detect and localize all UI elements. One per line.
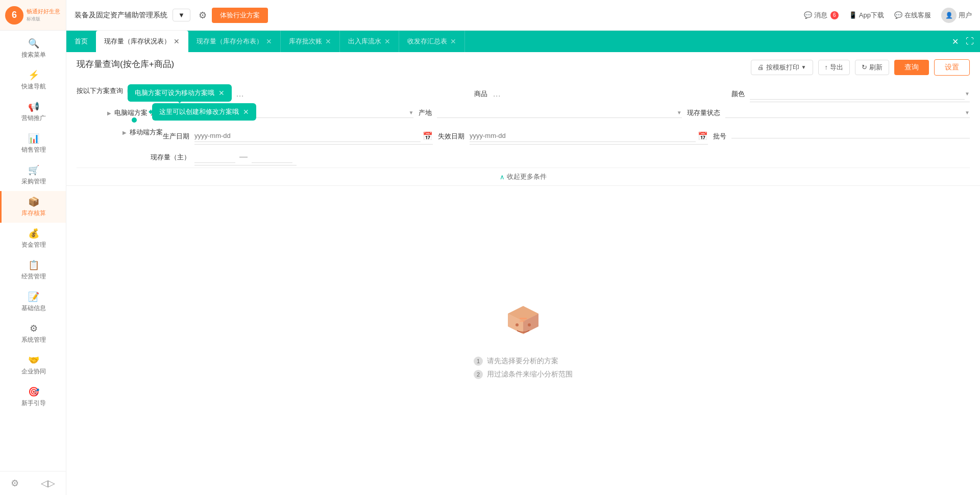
- refresh-icon: ↻: [862, 63, 867, 71]
- svg-point-4: [516, 323, 519, 326]
- sales-icon: 📊: [28, 133, 39, 144]
- tab-close-icon[interactable]: ✕: [325, 37, 331, 45]
- tab-label: 现存量（库存分布表）: [197, 37, 263, 46]
- sidebar-item-search[interactable]: 🔍 搜索菜单: [0, 33, 66, 64]
- collapse-up-icon: ∧: [500, 173, 505, 181]
- sidebar-item-label: 销售管理: [21, 146, 46, 154]
- sidebar-item-enterprise[interactable]: 🤝 企业协同: [0, 349, 66, 381]
- stock-status-dropdown-icon[interactable]: ▼: [965, 110, 970, 115]
- stock-main-max-input[interactable]: [252, 151, 292, 163]
- exp-calendar-icon[interactable]: 📅: [698, 131, 708, 141]
- tooltip-mobile-scheme: 电脑方案可设为移动方案哦 ✕: [128, 84, 232, 102]
- mfg-date-input[interactable]: [194, 130, 421, 142]
- inventory-icon: 📦: [28, 196, 39, 207]
- sidebar-item-inventory[interactable]: 📦 库存核算: [0, 191, 66, 223]
- sidebar-item-label: 采购管理: [21, 177, 46, 186]
- svg-rect-7: [520, 320, 525, 322]
- step2-label: 用过滤条件来缩小分析范围: [487, 370, 573, 379]
- tree-arrow-pc: ▶: [107, 110, 111, 116]
- sidebar-item-label: 资金管理: [21, 241, 46, 249]
- mfg-calendar-icon[interactable]: 📅: [423, 131, 433, 141]
- warehouse-more-icon[interactable]: …: [236, 89, 244, 99]
- guide-icon: 🎯: [28, 386, 39, 397]
- range-separator: —: [239, 152, 248, 161]
- sidebar-item-label: 系统管理: [21, 336, 46, 344]
- exp-date-label: 失效日期: [438, 132, 464, 141]
- sidebar-item-marketing[interactable]: 📢 营销推广: [0, 96, 66, 128]
- collapse-bar[interactable]: ∧ 收起更多条件: [77, 168, 970, 185]
- sidebar-item-sales[interactable]: 📊 销售管理: [0, 128, 66, 159]
- collapse-sidebar-btn[interactable]: ◁▷: [39, 476, 57, 491]
- quicknav-icon: ⚡: [28, 69, 39, 81]
- empty-illustration: [498, 298, 549, 344]
- step1-number: 1: [474, 357, 483, 366]
- online-service-item[interactable]: 💬 在线客服: [894, 11, 931, 20]
- sidebar-item-quicknav[interactable]: ⚡ 快速导航: [0, 64, 66, 96]
- tabs-actions: ✕ ⛶: [950, 35, 980, 49]
- size-dropdown-icon[interactable]: ▼: [408, 110, 413, 115]
- color-input[interactable]: [750, 87, 965, 100]
- sidebar-item-basic[interactable]: 📝 基础信息: [0, 286, 66, 318]
- sidebar-item-guide[interactable]: 🎯 新手引导: [0, 381, 66, 413]
- origin-dropdown-icon[interactable]: ▼: [677, 110, 682, 115]
- logo-icon: 6: [5, 6, 23, 25]
- tree-label-pc: 电脑端方案: [114, 108, 148, 117]
- finance-icon: 💰: [28, 228, 39, 239]
- goods-more-icon[interactable]: …: [493, 89, 501, 99]
- system-select[interactable]: ▼: [173, 9, 190, 21]
- tab-inout-flow[interactable]: 出入库流水 ✕: [340, 31, 399, 52]
- exp-date-input[interactable]: [470, 130, 696, 142]
- tab-batch-account[interactable]: 库存批次账 ✕: [281, 31, 340, 52]
- tab-label: 库存批次账: [289, 37, 322, 46]
- empty-step2: 2 用过滤条件来缩小分析范围: [474, 370, 573, 379]
- sidebar-item-finance[interactable]: 💰 资金管理: [0, 223, 66, 254]
- settings-bottom-btn[interactable]: ⚙: [9, 476, 21, 491]
- tree-label-mobile: 移动端方案: [130, 128, 163, 137]
- export-button[interactable]: ↑ 导出: [818, 60, 850, 75]
- industry-button[interactable]: 体验行业方案: [212, 8, 268, 23]
- print-icon: 🖨: [757, 63, 764, 71]
- topbar: 装备及固定资产辅助管理系统 ▼ ⚙ 体验行业方案 💬 消息 6 📱 App下载 …: [66, 0, 980, 31]
- color-dropdown-icon[interactable]: ▼: [965, 91, 970, 97]
- close-all-tabs-icon[interactable]: ✕: [950, 35, 961, 49]
- tab-close-icon[interactable]: ✕: [450, 37, 456, 45]
- stock-main-min-input[interactable]: [194, 151, 235, 163]
- tree-item-pc[interactable]: ▶ 电脑端方案: [107, 106, 151, 120]
- tooltip-close-btn[interactable]: ✕: [218, 89, 225, 97]
- tab-receive-summary[interactable]: 收发存汇总表 ✕: [399, 31, 465, 52]
- setup-button[interactable]: 设置: [934, 59, 970, 76]
- tab-stock-dist[interactable]: 现存量（库存分布表） ✕: [188, 31, 281, 52]
- mfg-date-label: 生产日期: [163, 132, 189, 141]
- sidebar-item-operation[interactable]: 📋 经营管理: [0, 254, 66, 286]
- sidebar-item-purchase[interactable]: 🛒 采购管理: [0, 159, 66, 191]
- tree-item-mobile[interactable]: ▶ 移动端方案: [107, 126, 163, 139]
- user-item[interactable]: 👤 用户: [941, 8, 972, 23]
- filter-scheme-row: 按以下方案查询 ＋ ✎ ◁◁ 电脑方案可设为移动方案哦 ✕: [77, 80, 970, 102]
- fullscreen-icon[interactable]: ⛶: [964, 35, 976, 48]
- tab-home[interactable]: 首页: [66, 37, 96, 46]
- sidebar-item-label: 搜索菜单: [21, 51, 46, 59]
- tooltip2-close-btn[interactable]: ✕: [243, 108, 249, 116]
- user-label: 用户: [959, 11, 972, 20]
- refresh-button[interactable]: ↻ 刷新: [855, 60, 889, 75]
- tab-close-icon[interactable]: ✕: [174, 37, 180, 45]
- notice-item[interactable]: 💬 消息 6: [804, 11, 839, 20]
- gear-icon[interactable]: ⚙: [199, 10, 207, 21]
- tooltip-text: 电脑方案可设为移动方案哦: [135, 88, 214, 98]
- search-button[interactable]: 查询: [894, 60, 929, 75]
- tab-close-icon[interactable]: ✕: [266, 37, 272, 45]
- tab-stock-status[interactable]: 现存量（库存状况表） ✕: [96, 31, 188, 52]
- notice-badge: 6: [830, 11, 839, 19]
- sidebar-item-label: 基础信息: [21, 304, 46, 313]
- sidebar-item-label: 经营管理: [21, 272, 46, 281]
- step2-number: 2: [474, 370, 483, 379]
- sidebar-nav: 🔍 搜索菜单 ⚡ 快速导航 📢 营销推广 📊 销售管理 🛒 采购管理 📦 库存核…: [0, 31, 66, 471]
- print-button[interactable]: 🖨 按模板打印 ▼: [751, 60, 813, 75]
- sidebar-item-label: 新手引导: [21, 399, 46, 408]
- search-icon: 🔍: [28, 38, 39, 49]
- tab-close-icon[interactable]: ✕: [384, 37, 390, 45]
- app-download-item[interactable]: 📱 App下载: [849, 11, 884, 20]
- system-select-label: ▼: [178, 11, 185, 19]
- sidebar-item-system[interactable]: ⚙ 系统管理: [0, 318, 66, 349]
- sidebar-item-label: 快速导航: [21, 82, 46, 91]
